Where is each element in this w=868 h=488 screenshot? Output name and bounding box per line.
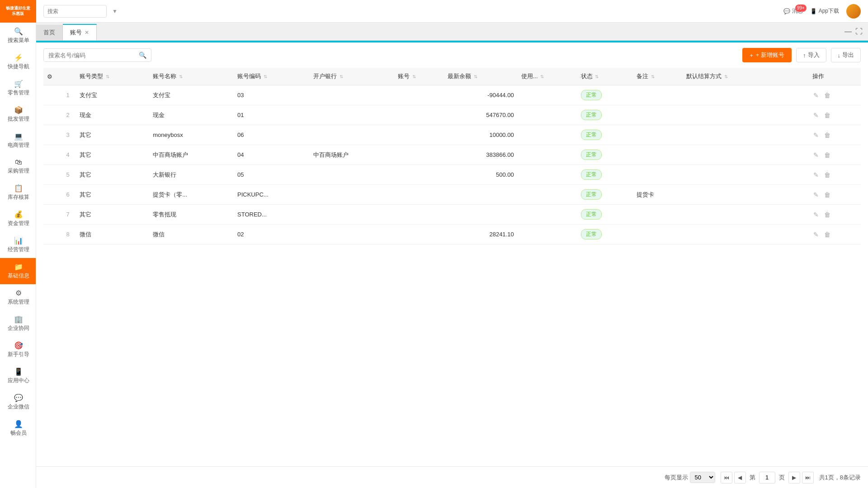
sidebar-item-enterprise[interactable]: 🏢 企业协同 — [0, 310, 36, 337]
page-size-select[interactable]: 50 100 200 — [690, 472, 715, 483]
row-type-cell: 支付宝 — [76, 85, 149, 105]
notification-item[interactable]: 💬 消息 99+ — [783, 7, 803, 15]
tab-expand-icon[interactable]: ⛶ — [855, 28, 863, 36]
purchase-icon: 🛍 — [15, 158, 22, 166]
row-action-cell: ✎ 🗑 — [809, 185, 861, 205]
status-badge: 正常 — [581, 90, 602, 100]
edit-button[interactable]: ✎ — [812, 150, 820, 160]
avatar[interactable] — [846, 4, 861, 19]
delete-button[interactable]: 🗑 — [823, 190, 831, 199]
row-balance-cell: 28241.10 — [444, 225, 517, 244]
delete-button[interactable]: 🗑 — [823, 170, 831, 179]
edit-button[interactable]: ✎ — [812, 210, 820, 219]
sidebar-item-ecommerce[interactable]: 💻 电商管理 — [0, 127, 36, 154]
row-type-cell: 微信 — [76, 225, 149, 244]
row-action-cell: ✎ 🗑 — [809, 125, 861, 145]
edit-button[interactable]: ✎ — [812, 111, 820, 120]
col-balance[interactable]: 最新余额 ⇅ — [444, 68, 517, 85]
export-button[interactable]: ↓ 导出 — [831, 48, 861, 62]
col-code[interactable]: 账号编码 ⇅ — [234, 68, 310, 85]
sidebar-item-purchase[interactable]: 🛍 采购管理 — [0, 154, 36, 179]
col-name[interactable]: 账号名称 ⇅ — [149, 68, 234, 85]
sidebar-item-retail-mgmt[interactable]: 🛒 零售管理 — [0, 75, 36, 101]
col-remark[interactable]: 备注 ⇅ — [633, 68, 683, 85]
delete-button[interactable]: 🗑 — [823, 91, 831, 100]
enterprise-icon: 🏢 — [14, 315, 23, 324]
delete-button[interactable]: 🗑 — [823, 150, 831, 160]
edit-button[interactable]: ✎ — [812, 190, 820, 199]
sidebar-item-label: 电商管理 — [8, 141, 29, 149]
tab-account[interactable]: 账号 ✕ — [63, 24, 97, 40]
first-page-button[interactable]: ⏮ — [721, 472, 732, 483]
page-input[interactable] — [759, 472, 775, 483]
delete-button[interactable]: 🗑 — [823, 210, 831, 219]
col-type[interactable]: 账号类型 ⇅ — [76, 68, 149, 85]
delete-button[interactable]: 🗑 — [823, 131, 831, 140]
add-account-button[interactable]: + + 新增账号 — [742, 48, 792, 62]
add-button-label: + 新增账号 — [756, 51, 784, 59]
edit-button[interactable]: ✎ — [812, 131, 820, 140]
dropdown-arrow-icon[interactable]: ▼ — [112, 8, 118, 14]
col-settings[interactable]: ⚙ — [43, 68, 60, 85]
row-code-cell: STORED... — [234, 205, 310, 225]
status-badge: 正常 — [581, 110, 602, 120]
edit-button[interactable]: ✎ — [812, 91, 820, 100]
status-badge: 正常 — [581, 130, 602, 140]
status-badge: 正常 — [581, 150, 602, 160]
prev-page-button[interactable]: ◀ — [734, 472, 746, 483]
row-bank-cell — [310, 225, 394, 244]
sidebar-item-inventory[interactable]: 📋 库存核算 — [0, 179, 36, 206]
finance-icon: 💰 — [14, 210, 23, 219]
delete-button[interactable]: 🗑 — [823, 111, 831, 120]
sidebar-item-enterprise-wechat[interactable]: 💬 企业微信 — [0, 389, 36, 415]
row-num-cell: 4 — [60, 145, 76, 165]
sys-mgmt-icon: ⚙ — [15, 289, 22, 297]
next-page-button[interactable]: ▶ — [788, 472, 800, 483]
sort-remark-icon: ⇅ — [651, 74, 655, 79]
search-wrap: 🔍 — [43, 48, 151, 62]
search-input[interactable] — [44, 49, 134, 61]
sidebar-item-quick-nav[interactable]: ⚡ 快捷导航 — [0, 49, 36, 75]
toolbar: 🔍 + + 新增账号 ↑ 导入 ↓ 导出 — [36, 42, 868, 68]
row-code-cell: 03 — [234, 85, 310, 105]
row-settings-cell — [43, 85, 60, 105]
import-button[interactable]: ↑ 导入 — [796, 48, 826, 62]
search-button[interactable]: 🔍 — [134, 49, 151, 61]
sidebar-item-finance[interactable]: 💰 资金管理 — [0, 206, 36, 232]
col-usage[interactable]: 使用... ⇅ — [518, 68, 577, 85]
export-label: 导出 — [842, 51, 854, 59]
sidebar-item-basic-info[interactable]: 📁 基础信息 — [0, 258, 36, 284]
row-account-cell — [394, 185, 444, 205]
row-bank-cell: 中百商场账户 — [310, 145, 394, 165]
sidebar-item-app-center[interactable]: 📱 应用中心 — [0, 363, 36, 389]
app-download-item[interactable]: 📱 App下载 — [810, 7, 839, 15]
col-account[interactable]: 账号 ⇅ — [394, 68, 444, 85]
col-status[interactable]: 状态 ⇅ — [577, 68, 633, 85]
col-default-settle[interactable]: 默认结算方式 ⇅ — [683, 68, 808, 85]
edit-button[interactable]: ✎ — [812, 170, 820, 179]
row-account-cell — [394, 225, 444, 244]
sidebar-item-member[interactable]: 👤 畅会员 — [0, 415, 36, 441]
row-default-settle-cell — [683, 105, 808, 125]
row-default-settle-cell — [683, 185, 808, 205]
col-bank[interactable]: 开户银行 ⇅ — [310, 68, 394, 85]
sidebar-item-sys-mgmt[interactable]: ⚙ 系统管理 — [0, 284, 36, 310]
sidebar-item-label: 基础信息 — [8, 272, 29, 280]
tab-close-icon[interactable]: ✕ — [85, 29, 89, 36]
tab-home[interactable]: 首页 — [36, 25, 63, 40]
search-menu-icon: 🔍 — [14, 27, 23, 36]
sidebar-item-guide[interactable]: 🎯 新手引导 — [0, 337, 36, 363]
delete-button[interactable]: 🗑 — [823, 230, 831, 239]
edit-button[interactable]: ✎ — [812, 230, 820, 239]
row-status-cell: 正常 — [577, 105, 633, 125]
sidebar-item-ops[interactable]: 📊 经营管理 — [0, 232, 36, 258]
sidebar-item-label: 快捷导航 — [8, 63, 29, 70]
top-search-input[interactable] — [43, 5, 107, 18]
tab-bar: 首页 账号 ✕ — ⛶ — [36, 23, 868, 41]
tab-actions: — ⛶ — [844, 28, 868, 36]
row-remark-cell: 提货卡 — [633, 185, 683, 205]
sidebar-item-search-menu[interactable]: 🔍 搜索菜单 — [0, 23, 36, 49]
tab-minimize-icon[interactable]: — — [844, 28, 852, 36]
sidebar-item-wholesale-mgmt[interactable]: 📦 批发管理 — [0, 101, 36, 127]
last-page-button[interactable]: ⏭ — [802, 472, 814, 483]
